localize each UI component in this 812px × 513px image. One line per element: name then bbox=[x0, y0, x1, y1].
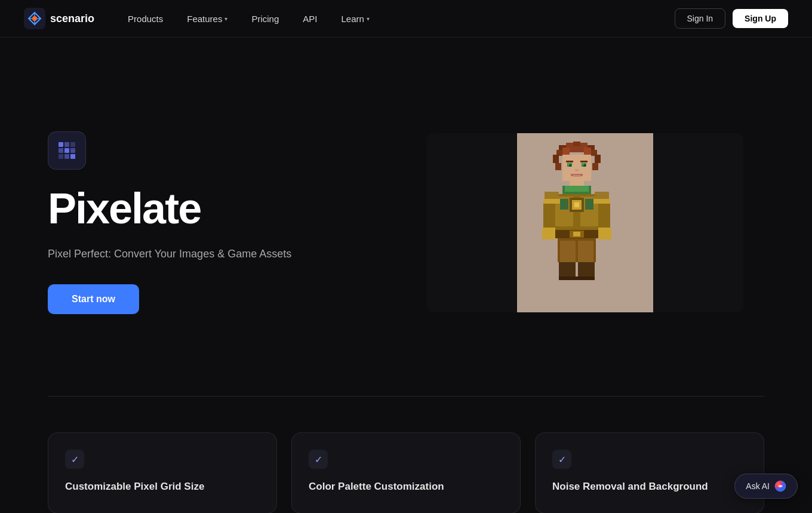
svg-rect-19 bbox=[570, 146, 584, 152]
nav-learn[interactable]: Learn ▾ bbox=[332, 9, 379, 29]
nav-features[interactable]: Features ▾ bbox=[177, 9, 237, 29]
svg-rect-5 bbox=[59, 148, 63, 153]
svg-rect-51 bbox=[543, 199, 560, 204]
hero-right bbox=[406, 133, 764, 312]
hero-left: Pixelate Pixel Perfect: Convert Your Ima… bbox=[48, 131, 291, 314]
svg-rect-4 bbox=[70, 142, 75, 147]
feature-title-0: Customizable Pixel Grid Size bbox=[65, 480, 260, 494]
svg-rect-24 bbox=[555, 163, 561, 170]
svg-rect-3 bbox=[64, 142, 69, 147]
navbar-right: Sign In Sign Up bbox=[675, 8, 788, 29]
svg-rect-48 bbox=[585, 199, 593, 210]
svg-rect-53 bbox=[543, 204, 554, 230]
svg-rect-14 bbox=[573, 142, 580, 146]
feature-check-1: ✓ bbox=[309, 450, 328, 469]
svg-rect-9 bbox=[64, 154, 69, 159]
svg-rect-18 bbox=[562, 148, 570, 155]
feature-title-2: Noise Removal and Background bbox=[552, 480, 747, 494]
svg-rect-54 bbox=[599, 204, 610, 230]
hero-subtitle: Pixel Perfect: Convert Your Images & Gam… bbox=[48, 245, 291, 263]
svg-rect-47 bbox=[560, 199, 568, 210]
pixelate-icon bbox=[56, 140, 78, 161]
svg-point-1 bbox=[32, 16, 37, 21]
svg-rect-32 bbox=[583, 164, 586, 167]
hero-panel-center bbox=[517, 133, 653, 312]
feature-check-0: ✓ bbox=[65, 450, 84, 469]
svg-rect-65 bbox=[559, 277, 577, 280]
svg-rect-22 bbox=[553, 155, 559, 163]
svg-rect-20 bbox=[584, 148, 591, 155]
svg-rect-31 bbox=[569, 164, 571, 167]
logo[interactable]: scenario bbox=[24, 8, 94, 29]
navbar-left: scenario Products Features ▾ Pricing API… bbox=[24, 8, 379, 29]
svg-rect-59 bbox=[573, 232, 580, 236]
hero-section: Pixelate Pixel Perfect: Convert Your Ima… bbox=[0, 38, 812, 396]
nav-api[interactable]: API bbox=[293, 9, 327, 29]
svg-rect-40 bbox=[565, 186, 589, 192]
svg-rect-26 bbox=[562, 155, 591, 181]
svg-rect-55 bbox=[542, 228, 555, 239]
logo-icon bbox=[24, 8, 45, 29]
nav-pricing[interactable]: Pricing bbox=[242, 9, 288, 29]
product-icon bbox=[48, 131, 86, 170]
nav-products[interactable]: Products bbox=[118, 9, 173, 29]
hero-panel-right bbox=[653, 133, 743, 312]
brand-name: scenario bbox=[50, 13, 94, 25]
svg-rect-6 bbox=[64, 148, 69, 153]
ask-ai-button[interactable]: Ask AI bbox=[734, 474, 798, 499]
signin-button[interactable]: Sign In bbox=[675, 8, 726, 29]
features-section: ✓ Customizable Pixel Grid Size ✓ Color P… bbox=[0, 397, 812, 513]
hero-image-container bbox=[427, 133, 743, 312]
svg-rect-10 bbox=[70, 154, 75, 159]
feature-title-1: Color Palette Customization bbox=[309, 480, 503, 494]
pixel-character-svg bbox=[517, 133, 636, 300]
svg-rect-62 bbox=[578, 241, 593, 262]
svg-rect-46 bbox=[574, 202, 579, 207]
hero-panel-left bbox=[427, 133, 517, 312]
features-chevron-icon: ▾ bbox=[224, 16, 227, 22]
ask-ai-label: Ask AI bbox=[746, 481, 770, 491]
feature-card-0: ✓ Customizable Pixel Grid Size bbox=[48, 432, 277, 513]
ask-ai-icon bbox=[774, 480, 786, 492]
svg-rect-66 bbox=[577, 277, 595, 280]
hero-title: Pixelate bbox=[48, 186, 291, 232]
svg-rect-33 bbox=[566, 161, 573, 162]
svg-rect-25 bbox=[592, 163, 598, 170]
svg-rect-56 bbox=[598, 228, 611, 239]
svg-rect-34 bbox=[580, 161, 588, 162]
svg-rect-35 bbox=[575, 169, 579, 171]
nav-links: Products Features ▾ Pricing API Learn ▾ bbox=[118, 9, 379, 29]
svg-rect-2 bbox=[59, 142, 63, 147]
start-now-button[interactable]: Start now bbox=[48, 284, 139, 314]
feature-check-2: ✓ bbox=[552, 450, 571, 469]
navbar: scenario Products Features ▾ Pricing API… bbox=[0, 0, 812, 38]
svg-rect-52 bbox=[593, 199, 610, 204]
svg-rect-37 bbox=[573, 175, 580, 177]
feature-card-1: ✓ Color Palette Customization bbox=[291, 432, 521, 513]
svg-rect-61 bbox=[560, 241, 576, 262]
svg-rect-23 bbox=[595, 155, 601, 163]
signup-button[interactable]: Sign Up bbox=[733, 9, 788, 28]
learn-chevron-icon: ▾ bbox=[367, 16, 370, 22]
svg-rect-7 bbox=[70, 148, 75, 153]
svg-rect-8 bbox=[59, 154, 63, 159]
feature-card-2: ✓ Noise Removal and Background bbox=[535, 432, 764, 513]
